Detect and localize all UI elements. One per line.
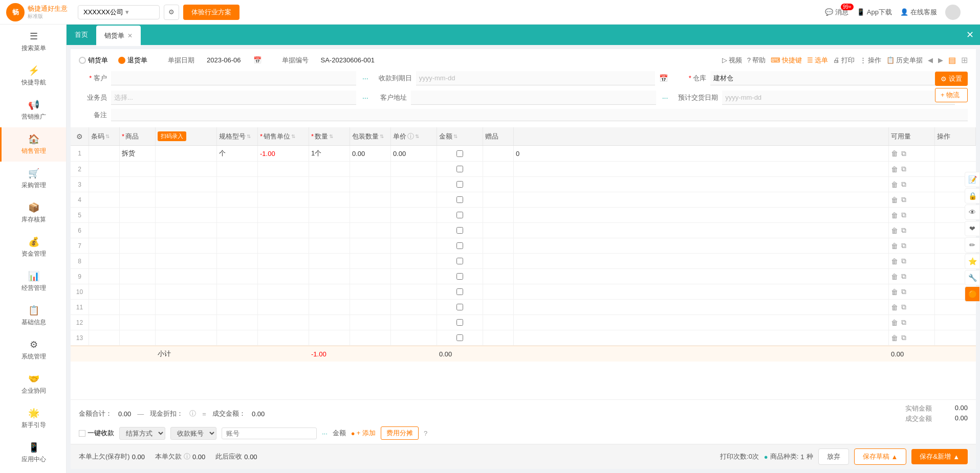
row1-remark[interactable] — [483, 146, 514, 161]
row1-gift[interactable] — [437, 146, 483, 161]
copy-icon[interactable]: ⧉ — [901, 180, 906, 189]
copy-icon[interactable]: ⧉ — [901, 241, 906, 250]
row1-product[interactable]: 拆货 — [120, 146, 156, 161]
copy-icon[interactable]: ⧉ — [901, 149, 906, 158]
address-input[interactable] — [411, 91, 656, 105]
calendar-icon[interactable]: 📅 — [253, 56, 262, 64]
settings-btn[interactable]: ⚙ 设置 — [935, 72, 968, 86]
row11-gift-checkbox[interactable] — [456, 304, 463, 310]
next-record-icon[interactable]: ▶ — [938, 56, 943, 64]
row4-gift-checkbox[interactable] — [456, 196, 463, 203]
row1-barcode[interactable] — [89, 146, 120, 161]
company-selector[interactable]: XXXXXX公司 ▾ — [78, 5, 160, 19]
video-btn[interactable]: ▷ 视频 — [722, 56, 742, 65]
right-panel-lock[interactable]: 🔒 — [965, 188, 980, 204]
avatar[interactable] — [945, 5, 961, 20]
row5-gift-checkbox[interactable] — [456, 212, 463, 218]
row13-gift-checkbox[interactable] — [456, 334, 463, 341]
help-btn[interactable]: ? 帮助 — [747, 56, 766, 65]
row1-spec[interactable] — [156, 146, 217, 161]
row1-gift-checkbox[interactable] — [456, 150, 463, 157]
settlement-method-select[interactable]: 结算方式 — [119, 427, 165, 440]
sidebar-item-marketing[interactable]: 📢 营销推广 — [0, 93, 66, 127]
grid-view-icon[interactable]: ⊞ — [961, 55, 968, 65]
sidebar-item-finance[interactable]: 💰 资金管理 — [0, 230, 66, 264]
delete-icon[interactable]: 🗑 — [891, 181, 898, 189]
collection-date-calendar-icon[interactable]: 📅 — [659, 74, 668, 82]
right-panel-favorite[interactable]: ❤ — [965, 221, 980, 236]
shortcut-btn[interactable]: ⌨ 快捷键 — [771, 56, 802, 65]
delete-icon[interactable]: 🗑 — [891, 273, 898, 281]
sidebar-item-inventory[interactable]: 📦 库存核算 — [0, 196, 66, 230]
delete-icon[interactable]: 🗑 — [891, 165, 898, 173]
list-view-icon[interactable]: ▤ — [948, 55, 956, 65]
sidebar-item-guide[interactable]: 🌟 新手引导 — [0, 401, 66, 436]
customer-input[interactable] — [111, 71, 356, 85]
row3-gift-checkbox[interactable] — [456, 181, 463, 188]
table-settings-icon[interactable]: ⚙ — [71, 127, 89, 145]
copy-icon[interactable]: ⧉ — [901, 272, 906, 281]
row6-gift-checkbox[interactable] — [456, 227, 463, 234]
address-select-icon[interactable]: ··· — [662, 94, 668, 102]
tab-close-icon[interactable]: ✕ — [127, 32, 133, 39]
logistics-btn[interactable]: + 物流 — [935, 88, 968, 102]
row8-gift-checkbox[interactable] — [456, 258, 463, 264]
right-panel-view[interactable]: 👁 — [965, 205, 980, 220]
row9-gift-checkbox[interactable] — [456, 273, 463, 280]
sidebar-item-operations[interactable]: 📊 经营管理 — [0, 264, 66, 299]
ops-btn[interactable]: ⋮ 操作 — [860, 56, 881, 65]
salesperson-input[interactable]: 选择... — [111, 91, 356, 105]
row1-unit-price[interactable]: 0.00 — [350, 146, 391, 161]
discard-button[interactable]: 放弃 — [818, 448, 849, 465]
add-payment-btn[interactable]: ● + 添加 — [351, 429, 376, 438]
expense-split-btn[interactable]: 费用分摊 — [381, 426, 419, 440]
copy-icon[interactable]: ⧉ — [901, 257, 906, 265]
copy-icon[interactable]: ⧉ — [901, 318, 906, 327]
copy-icon[interactable]: ⧉ — [901, 226, 906, 235]
row1-amount[interactable]: 0.00 — [391, 146, 437, 161]
radio-sales[interactable]: 销货单 — [79, 56, 108, 65]
online-service-btn[interactable]: 👤 在线客服 — [900, 8, 937, 17]
account-select[interactable]: 收款账号 — [170, 427, 216, 440]
sidebar-item-app[interactable]: 📱 应用中心 — [0, 436, 66, 470]
delete-icon[interactable]: 🗑 — [891, 227, 898, 235]
delete-icon[interactable]: 🗑 — [891, 257, 898, 265]
copy-icon[interactable]: ⧉ — [901, 165, 906, 173]
delete-icon[interactable]: 🗑 — [891, 288, 898, 296]
delete-icon[interactable]: 🗑 — [891, 334, 898, 342]
row7-gift-checkbox[interactable] — [456, 242, 463, 249]
expense-help-icon[interactable]: ? — [424, 430, 427, 437]
right-panel-edit[interactable]: ✏ — [965, 237, 980, 253]
salesperson-select-icon[interactable]: ··· — [362, 94, 368, 102]
sidebar-item-enterprise[interactable]: 🤝 企业协同 — [0, 367, 66, 401]
account-input[interactable] — [222, 427, 317, 439]
row1-quantity[interactable]: -1.00 — [258, 146, 309, 161]
delete-icon[interactable]: 🗑 — [891, 196, 898, 204]
one-click-payment-checkbox[interactable]: 一键收款 — [79, 429, 114, 438]
history-btn[interactable]: 📋 历史单据 — [886, 56, 923, 65]
row2-gift-checkbox[interactable] — [456, 166, 463, 172]
right-panel-note[interactable]: 📝 — [965, 172, 980, 187]
save-draft-button[interactable]: 保存草稿 ▲ — [854, 448, 907, 465]
copy-icon[interactable]: ⧉ — [901, 287, 906, 296]
customer-select-icon[interactable]: ··· — [362, 74, 368, 82]
delete-icon[interactable]: 🗑 — [891, 242, 898, 250]
app-download-btn[interactable]: 📱 App下载 — [857, 8, 892, 17]
sidebar-item-system[interactable]: ⚙ 系统管理 — [0, 333, 66, 367]
tab-close-all[interactable]: ✕ — [960, 29, 980, 40]
row1-sales-unit[interactable]: 个 — [217, 146, 258, 161]
scan-button[interactable]: 扫码录入 — [158, 131, 186, 141]
copy-icon[interactable]: ⧉ — [901, 195, 906, 204]
remark-input[interactable] — [111, 109, 968, 121]
delete-icon[interactable]: 🗑 — [891, 303, 898, 311]
sidebar-item-basic[interactable]: 📋 基础信息 — [0, 299, 66, 333]
radio-return[interactable]: 退货单 — [118, 56, 147, 65]
delivery-date-input[interactable]: yyyy-mm-dd — [722, 91, 955, 105]
tab-home[interactable]: 首页 — [67, 25, 96, 45]
prev-record-icon[interactable]: ◀ — [928, 56, 933, 64]
sidebar-item-wechat[interactable]: 💬 企业微信 — [0, 470, 66, 473]
trial-button[interactable]: 体验行业方案 — [183, 5, 239, 20]
sidebar-item-purchase[interactable]: 🛒 采购管理 — [0, 162, 66, 196]
settings-icon[interactable]: ⚙ — [164, 5, 179, 20]
delete-icon[interactable]: 🗑 — [891, 211, 898, 219]
